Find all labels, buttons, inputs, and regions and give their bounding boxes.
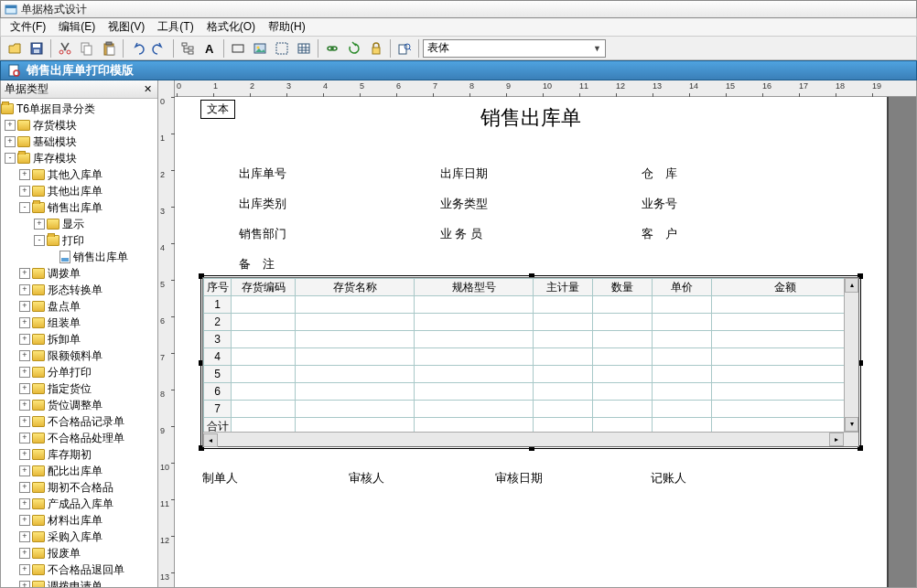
expand-icon[interactable]: + (5, 120, 16, 131)
text-tool-button[interactable]: A (200, 38, 220, 59)
table-row[interactable]: 4 (204, 348, 858, 366)
tree-item[interactable]: +存货模块 (1, 117, 157, 134)
image-button[interactable] (250, 38, 270, 59)
horizontal-scrollbar[interactable]: ◂ ▸ (203, 432, 858, 446)
expand-icon[interactable]: + (19, 531, 30, 542)
field-label[interactable]: 出库类别 (239, 196, 286, 212)
field-label[interactable]: 客 户 (642, 226, 677, 242)
undo-button[interactable] (127, 38, 147, 59)
scroll-up-button[interactable]: ▴ (845, 278, 858, 293)
col-header[interactable]: 主计量 (534, 279, 593, 296)
expand-icon[interactable]: + (19, 548, 30, 559)
menu-format[interactable]: 格式化(O) (201, 17, 261, 37)
design-canvas[interactable]: 012345678910111213141516171819 012345678… (158, 80, 916, 587)
col-header[interactable]: 存货名称 (296, 279, 415, 296)
col-header[interactable]: 单价 (653, 279, 712, 296)
tree-item[interactable]: +盘点单 (1, 298, 157, 315)
expand-icon[interactable]: + (19, 284, 30, 295)
menu-view[interactable]: 视图(V) (102, 17, 150, 37)
tree-item[interactable]: +基础模块 (1, 134, 157, 150)
font-combo[interactable]: 表体 ▼ (423, 39, 606, 58)
expand-icon[interactable]: + (19, 317, 30, 328)
scroll-right-button[interactable]: ▸ (829, 433, 844, 446)
tree-item[interactable]: +调拨申请单 (1, 578, 157, 587)
tree-item[interactable]: +产成品入库单 (1, 496, 157, 512)
col-header[interactable]: 数量 (593, 279, 653, 296)
tree-button[interactable] (178, 38, 198, 59)
menu-edit[interactable]: 编辑(E) (53, 17, 101, 37)
tree-item[interactable]: +采购入库单 (1, 529, 157, 545)
col-header[interactable]: 存货编码 (232, 279, 296, 296)
tree-item[interactable]: +不合格品记录单 (1, 413, 157, 430)
tree-item[interactable]: +调拨单 (1, 265, 157, 282)
expand-icon[interactable]: + (19, 433, 30, 444)
tree-item[interactable]: +货位调整单 (1, 397, 157, 413)
expand-icon[interactable]: + (19, 564, 30, 575)
expand-icon[interactable]: + (19, 367, 30, 378)
paste-button[interactable] (99, 38, 119, 59)
collapse-icon[interactable]: - (19, 202, 30, 213)
field-label[interactable]: 业 务 员 (440, 226, 482, 242)
tree-item[interactable]: -打印 (1, 232, 157, 249)
field-label[interactable]: 出库单号 (239, 166, 286, 182)
expand-icon[interactable]: + (19, 416, 30, 427)
tree-item[interactable]: +报废单 (1, 545, 157, 561)
data-grid[interactable]: 序号 存货编码 存货名称 规格型号 主计量 数量 单价 金额 1 2 3 4 5… (202, 277, 859, 447)
lock-button[interactable] (366, 38, 386, 59)
field-label[interactable]: 备 注 (239, 256, 275, 273)
menu-help[interactable]: 帮助(H) (263, 17, 311, 37)
close-icon[interactable]: ✕ (141, 83, 154, 96)
tree-item[interactable]: +其他入库单 (1, 166, 157, 183)
expand-icon[interactable]: + (19, 581, 30, 587)
expand-icon[interactable]: + (19, 350, 30, 361)
tree-item[interactable]: +库存期初 (1, 446, 157, 463)
field-label[interactable]: 销售部门 (239, 226, 286, 242)
expand-icon[interactable]: + (19, 498, 30, 509)
expand-icon[interactable]: + (19, 449, 30, 460)
table-row[interactable]: 6 (204, 383, 858, 401)
menu-file[interactable]: 文件(F) (5, 17, 51, 37)
expand-icon[interactable]: + (19, 268, 30, 279)
footer-label[interactable]: 制单人 (202, 470, 238, 486)
scroll-down-button[interactable]: ▾ (845, 417, 858, 432)
field-label[interactable]: 仓 库 (642, 166, 677, 182)
frame-button[interactable] (272, 38, 292, 59)
expand-icon[interactable]: + (19, 465, 30, 476)
table-button[interactable] (294, 38, 314, 59)
menu-tools[interactable]: 工具(T) (152, 17, 199, 37)
tree-item[interactable]: +不合格品处理单 (1, 430, 157, 446)
redo-button[interactable] (149, 38, 169, 59)
footer-label[interactable]: 记账人 (651, 470, 686, 486)
expand-icon[interactable]: + (34, 219, 45, 230)
form-title[interactable]: 销售出库单 (175, 104, 887, 132)
table-row[interactable]: 3 (204, 331, 858, 348)
link-button[interactable] (322, 38, 342, 59)
tree-item[interactable]: +限额领料单 (1, 347, 157, 364)
tree-leaf[interactable]: 销售出库单 (1, 249, 157, 265)
lookup-button[interactable] (394, 38, 415, 59)
field-label[interactable]: 业务号 (642, 196, 677, 212)
col-header[interactable]: 规格型号 (415, 279, 534, 296)
refresh-button[interactable] (344, 38, 364, 59)
copy-button[interactable] (77, 38, 97, 59)
tree-item[interactable]: +指定货位 (1, 380, 157, 397)
footer-label[interactable]: 审核人 (349, 470, 384, 486)
collapse-icon[interactable]: - (5, 153, 16, 164)
tree-item[interactable]: -库存模块 (1, 150, 157, 166)
table-row[interactable]: 2 (204, 314, 858, 331)
tree-root[interactable]: T6单据目录分类 (1, 101, 157, 117)
expand-icon[interactable]: + (19, 383, 30, 394)
save-button[interactable] (27, 38, 47, 59)
table-row[interactable]: 7 (204, 401, 858, 418)
tree-item[interactable]: +显示 (1, 216, 157, 232)
cut-button[interactable] (55, 38, 75, 59)
expand-icon[interactable]: + (19, 169, 30, 180)
expand-icon[interactable]: + (19, 334, 30, 345)
collapse-icon[interactable]: - (34, 235, 45, 246)
expand-icon[interactable]: + (19, 400, 30, 411)
tree-item[interactable]: +形态转换单 (1, 282, 157, 298)
table-row[interactable]: 5 (204, 366, 858, 383)
vertical-scrollbar[interactable]: ▴ ▾ (844, 278, 858, 432)
tree-item[interactable]: +配比出库单 (1, 463, 157, 479)
expand-icon[interactable]: + (19, 301, 30, 312)
